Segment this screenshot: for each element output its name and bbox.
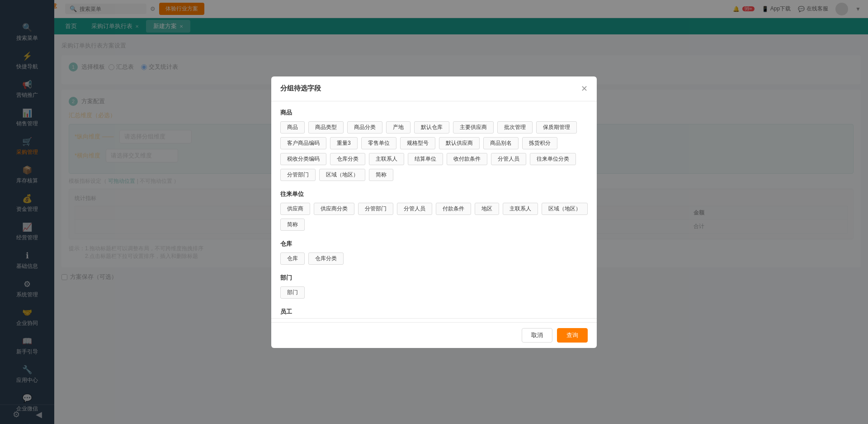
field-tag-region-detail-partner[interactable]: 区域（地区） [542,203,588,215]
modal-title: 分组待选字段 [280,84,321,93]
section-warehouse-title: 仓库 [280,240,588,248]
field-tag-region-partner[interactable]: 地区 [475,203,499,215]
section-product: 商品 商品 商品类型 商品分类 产地 默认仓库 主要供应商 批次管理 保质期管理… [280,109,588,181]
section-product-title: 商品 [280,109,588,117]
field-tag-main-contact[interactable]: 主联系人 [369,153,404,165]
field-tag-default-warehouse[interactable]: 默认仓库 [414,121,449,133]
field-tag-warehouse[interactable]: 仓库 [280,252,305,265]
field-tag-spec-model[interactable]: 规格型号 [400,137,435,149]
field-tag-main-supplier[interactable]: 主要供应商 [453,121,494,133]
field-tag-default-supplier[interactable]: 默认供应商 [439,137,480,149]
field-tag-product[interactable]: 商品 [280,121,305,133]
field-tag-shortname-product[interactable]: 简称 [369,169,393,181]
field-tag-dept-manager-partner[interactable]: 分管人员 [397,203,432,215]
field-tag-partner-category[interactable]: 往来单位分类 [530,153,576,165]
field-tag-payment-terms-partner[interactable]: 付款条件 [436,203,471,215]
field-tag-tax-code[interactable]: 税收分类编码 [280,153,326,165]
field-tag-product-alias[interactable]: 商品别名 [483,137,519,149]
dept-field-tags: 部门 [280,286,588,289]
field-tag-dept-manager[interactable]: 分管人员 [491,153,526,165]
field-tag-product-type[interactable]: 商品类型 [308,121,344,133]
modal-header: 分组待选字段 ✕ [271,76,597,101]
modal-overlay: 分组待选字段 ✕ 商品 商品 商品类型 商品分类 产地 默认仓库 主要供应商 批… [0,0,868,288]
section-dept: 部门 部门 [280,274,588,289]
partner-field-tags: 供应商 供应商分类 分管部门 分管人员 付款条件 地区 主联系人 区域（地区） … [280,203,588,231]
field-tag-origin[interactable]: 产地 [386,121,410,133]
field-tag-payment-terms[interactable]: 收付款条件 [447,153,487,165]
field-tag-batch-mgmt[interactable]: 批次管理 [497,121,533,133]
section-dept-title: 部门 [280,274,588,282]
section-warehouse: 仓库 仓库 仓库分类 [280,240,588,265]
field-tag-shortname-partner[interactable]: 简称 [280,219,305,231]
field-tag-warehouse-category[interactable]: 仓库分类 [330,153,365,165]
field-select-modal: 分组待选字段 ✕ 商品 商品 商品类型 商品分类 产地 默认仓库 主要供应商 批… [271,76,597,289]
product-field-tags: 商品 商品类型 商品分类 产地 默认仓库 主要供应商 批次管理 保质期管理 客户… [280,121,588,181]
field-tag-settlement-unit[interactable]: 结算单位 [408,153,443,165]
field-tag-customer-code[interactable]: 客户商品编码 [280,137,326,149]
section-partner-title: 往来单位 [280,190,588,198]
field-tag-warehouse-cat[interactable]: 仓库分类 [308,252,344,265]
field-tag-shelf-life[interactable]: 保质期管理 [536,121,577,133]
field-tag-region-product[interactable]: 区域（地区） [319,169,365,181]
field-tag-pick-points[interactable]: 拣货积分 [522,137,557,149]
field-tag-supplier[interactable]: 供应商 [280,203,310,215]
field-tag-product-category[interactable]: 商品分类 [347,121,382,133]
field-tag-dept-managed-partner[interactable]: 分管部门 [358,203,393,215]
modal-body[interactable]: 商品 商品 商品类型 商品分类 产地 默认仓库 主要供应商 批次管理 保质期管理… [271,101,597,289]
section-partner: 往来单位 供应商 供应商分类 分管部门 分管人员 付款条件 地区 主联系人 区域… [280,190,588,231]
modal-close-button[interactable]: ✕ [581,84,588,94]
warehouse-field-tags: 仓库 仓库分类 [280,252,588,265]
field-tag-supplier-category[interactable]: 供应商分类 [314,203,354,215]
field-tag-weight3[interactable]: 重量3 [330,137,358,149]
field-tag-dept[interactable]: 部门 [280,286,305,289]
field-tag-retail-unit[interactable]: 零售单位 [361,137,396,149]
field-tag-dept-managed[interactable]: 分管部门 [280,169,316,181]
field-tag-main-contact-partner[interactable]: 主联系人 [503,203,538,215]
